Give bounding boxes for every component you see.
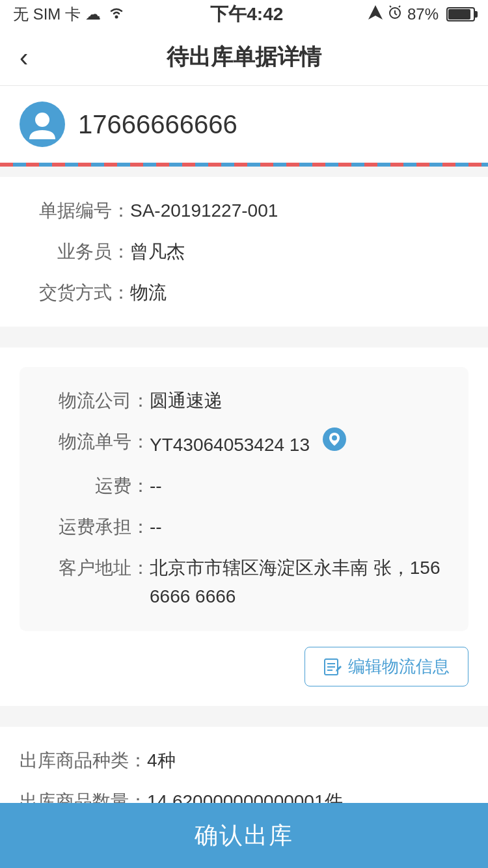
svg-marker-14 xyxy=(336,666,342,671)
tracking-number-row: 物流单号： YT43064053424 13 xyxy=(39,427,449,460)
logistics-company-row: 物流公司： 圆通速递 xyxy=(39,387,449,416)
freight-bear-row: 运费承担： -- xyxy=(39,513,449,542)
svg-line-5 xyxy=(390,6,391,7)
edit-logistics-label: 编辑物流信息 xyxy=(348,655,450,678)
svg-line-4 xyxy=(395,14,397,15)
freight-value: -- xyxy=(150,472,449,501)
main-content: 17666666666 单据编号： SA-20191227-001 业务员： 曾… xyxy=(0,86,488,868)
avatar xyxy=(20,102,65,147)
freight-label: 运费： xyxy=(39,472,150,501)
edit-icon xyxy=(323,658,342,676)
address-row: 客户地址： 北京市市辖区海淀区永丰南 张，156 6666 6666 xyxy=(39,554,449,612)
confirm-button-label: 确认出库 xyxy=(195,820,293,852)
map-pin-icon[interactable] xyxy=(323,427,346,460)
person-icon xyxy=(26,108,59,141)
back-button[interactable]: ‹ xyxy=(20,44,28,70)
tracking-number-value: YT43064053424 13 xyxy=(150,427,449,460)
address-label: 客户地址： xyxy=(39,554,150,583)
edit-logistics-container: 编辑物流信息 xyxy=(20,647,468,686)
location-arrow-icon xyxy=(368,5,383,23)
confirm-button[interactable]: 确认出库 xyxy=(0,803,488,868)
svg-marker-1 xyxy=(368,5,383,20)
user-header: 17666666666 xyxy=(0,86,488,163)
doc-number-label: 单据编号： xyxy=(20,197,130,226)
salesperson-value: 曾凡杰 xyxy=(130,237,468,267)
goods-type-label: 出库商品种类： xyxy=(20,746,147,776)
logistics-company-label: 物流公司： xyxy=(39,387,150,416)
goods-type-row: 出库商品种类： 4种 xyxy=(20,746,468,776)
status-bar-left: 无 SIM 卡 ☁ xyxy=(13,4,126,25)
battery-icon xyxy=(446,7,475,21)
tracking-number-label: 物流单号： xyxy=(39,427,150,457)
logistics-section: 物流公司： 圆通速递 物流单号： YT43064053424 13 xyxy=(0,347,488,706)
logistics-company-value: 圆通速递 xyxy=(150,387,449,416)
battery-percentage: 87% xyxy=(407,5,439,23)
freight-bear-value: -- xyxy=(150,513,449,542)
sim-status: 无 SIM 卡 ☁ xyxy=(13,4,101,25)
status-bar: 无 SIM 卡 ☁ 下午4:42 87% xyxy=(0,0,488,29)
salesperson-label: 业务员： xyxy=(20,237,130,267)
page-title: 待出库单据详情 xyxy=(167,42,321,72)
wifi-icon xyxy=(107,5,126,23)
doc-number-row: 单据编号： SA-20191227-001 xyxy=(20,197,468,226)
delivery-method-label: 交货方式： xyxy=(20,278,130,308)
delivery-method-value: 物流 xyxy=(130,278,468,308)
edit-logistics-button[interactable]: 编辑物流信息 xyxy=(305,647,468,686)
svg-point-0 xyxy=(115,16,118,19)
svg-point-7 xyxy=(35,113,49,127)
status-bar-time: 下午4:42 xyxy=(210,2,283,27)
salesperson-row: 业务员： 曾凡杰 xyxy=(20,237,468,267)
alarm-icon xyxy=(388,5,402,23)
freight-bear-label: 运费承担： xyxy=(39,513,150,542)
delivery-method-row: 交货方式： 物流 xyxy=(20,278,468,308)
freight-row: 运费： -- xyxy=(39,472,449,501)
logistics-card: 物流公司： 圆通速递 物流单号： YT43064053424 13 xyxy=(20,367,468,631)
svg-line-6 xyxy=(399,6,400,7)
nav-bar: ‹ 待出库单据详情 xyxy=(0,29,488,86)
svg-point-9 xyxy=(332,435,337,441)
status-bar-right: 87% xyxy=(368,5,475,23)
goods-type-value: 4种 xyxy=(147,746,468,776)
order-info-section: 单据编号： SA-20191227-001 业务员： 曾凡杰 交货方式： 物流 xyxy=(0,177,488,327)
doc-number-value: SA-20191227-001 xyxy=(130,197,468,226)
user-phone: 17666666666 xyxy=(78,110,237,139)
address-value: 北京市市辖区海淀区永丰南 张，156 6666 6666 xyxy=(150,554,449,612)
